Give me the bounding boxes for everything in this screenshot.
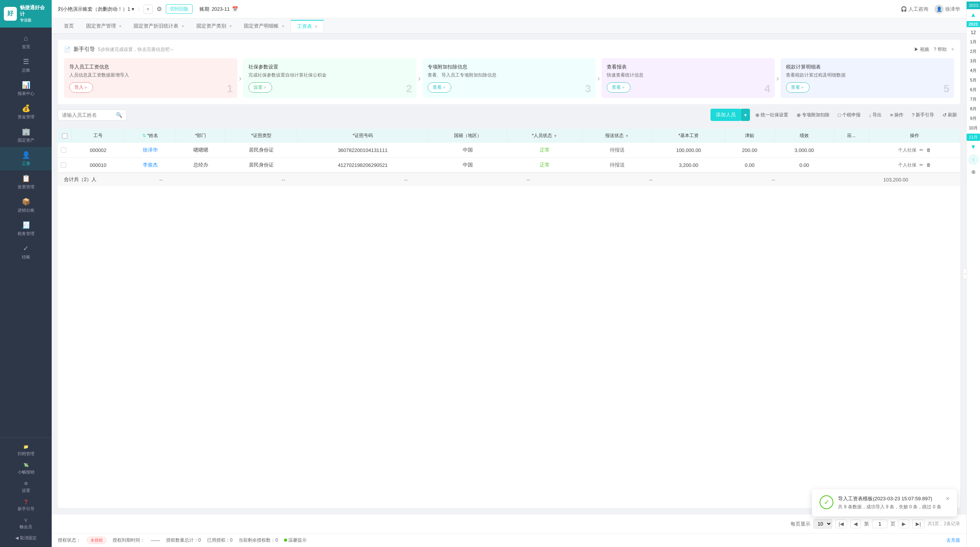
step-3-btn[interactable]: 查看＞ (428, 82, 590, 93)
tab-close-icon[interactable]: × (315, 24, 317, 29)
sidebar-item-close[interactable]: ✓ 结账 (0, 240, 52, 264)
sidebar-item-vip[interactable]: V 畅会员 (0, 515, 52, 533)
step-4-action-btn[interactable]: 查看＞ (607, 82, 630, 93)
prev-page-btn[interactable]: ◀ (850, 519, 861, 528)
page-input[interactable] (872, 519, 887, 528)
tab-home[interactable]: 首页 (58, 20, 80, 32)
step-3-action-btn[interactable]: 查看＞ (428, 82, 451, 93)
switch-version-btn[interactable]: 切到旧版 (166, 4, 193, 14)
social-insurance-btn[interactable]: ⊕ 统一社保设置 (752, 110, 791, 120)
panel-month-10[interactable]: 10月 (967, 124, 980, 132)
tab-close-icon[interactable]: × (282, 24, 284, 28)
panel-scroll-down-btn[interactable]: ▼ (969, 142, 978, 152)
row-checkbox[interactable] (61, 147, 66, 153)
panel-year-2023[interactable]: 2023 (967, 21, 980, 27)
delete-icon[interactable]: 🗑 (926, 162, 931, 168)
step-5-btn[interactable]: 查看＞ (786, 82, 949, 93)
ai-consult-btn[interactable]: 🎧 人工咨询 (901, 6, 928, 13)
tab-close-icon[interactable]: × (229, 24, 232, 28)
last-page-btn[interactable]: ▶| (912, 519, 924, 528)
sidebar-item-guide[interactable]: ❓ 新手引导 (0, 496, 52, 515)
step-2-action-btn[interactable]: 设置＞ (248, 82, 272, 93)
sidebar-item-assets[interactable]: 🏢 固定资产 (0, 124, 52, 147)
guide-btn[interactable]: ? 新手引导 (909, 110, 937, 120)
panel-month-9[interactable]: 9月 (967, 114, 980, 123)
panel-month-8[interactable]: 8月 (967, 105, 980, 113)
sidebar-item-ledger[interactable]: ☰ 总账 (0, 54, 52, 77)
sidebar-item-finance[interactable]: 💰 资金管理 (0, 100, 52, 124)
tab-fixed-assets[interactable]: 固定资产管理 × (80, 20, 127, 32)
help-link[interactable]: ? 帮助 (934, 46, 947, 53)
per-page-select[interactable]: 10 20 50 (813, 519, 832, 529)
tab-asset-detail[interactable]: 固定资产明细账 × (238, 20, 290, 32)
tax-report-btn[interactable]: □ 个税申报 (835, 110, 864, 120)
sidebar-item-archive[interactable]: 📁 归档管理 (0, 441, 52, 460)
add-person-btn[interactable]: 添加人员 (710, 109, 741, 121)
sidebar-item-purchase[interactable]: 📦 进销台账 (0, 194, 52, 217)
video-link[interactable]: ▶ 视频 (914, 46, 929, 53)
period-selector[interactable]: 账期 2023-11 📅 (199, 6, 238, 13)
refresh-btn[interactable]: ↺ 刷新 (939, 110, 960, 120)
panel-month-11[interactable]: 11月 (967, 134, 980, 141)
recharge-btn[interactable]: 去充值 (946, 537, 960, 544)
employee-name-link[interactable]: 李俊杰 (143, 162, 158, 168)
guide-close-btn[interactable]: × (951, 47, 954, 52)
sidebar-item-invoice[interactable]: 📋 发票管理 (0, 170, 52, 194)
step-1-action-btn[interactable]: 导入＞ (69, 82, 93, 93)
sidebar-item-expense[interactable]: 💸 小畅报销 (0, 460, 52, 478)
personal-insurance-link[interactable]: 个人社保 (898, 162, 916, 168)
step-1-btn[interactable]: 导入＞ (69, 82, 232, 93)
panel-toggle-btn[interactable]: › (963, 268, 967, 279)
col-header-idtype: *证照类型 (225, 129, 297, 143)
account-selector[interactable]: 刘小艳演示账套（勿删勿动！）1 ▾ (58, 6, 134, 13)
report-filter-icon[interactable]: ▼ (625, 134, 629, 138)
table-scroll-wrap[interactable]: 工号 ⇅*姓名 *部门 *证照类型 *证照号码 国籍（地区） *人员状态▼ 报送… (58, 129, 960, 173)
employee-name-link[interactable]: 徐泽华 (143, 147, 158, 153)
search-btn[interactable]: 🔍 (116, 112, 122, 118)
panel-month-3[interactable]: 3月 (967, 57, 980, 65)
select-all-checkbox[interactable] (62, 133, 67, 139)
tab-close-icon[interactable]: × (181, 24, 184, 28)
tab-depreciation[interactable]: 固定资产折旧统计表 × (127, 20, 190, 32)
operations-label: 操作 (894, 112, 903, 118)
panel-month-6[interactable]: 6月 (967, 85, 980, 94)
add-person-dropdown-btn[interactable]: ▾ (741, 109, 750, 121)
panel-month-2[interactable]: 2月 (967, 47, 980, 56)
edit-icon[interactable]: ✏ (920, 147, 923, 153)
panel-scroll-up-btn[interactable]: ▲ (969, 10, 978, 20)
next-page-btn[interactable]: ▶ (898, 519, 909, 528)
sidebar-item-salary[interactable]: 👤 工资 (0, 147, 52, 170)
special-deduction-btn[interactable]: ⊕ 专项附加扣除 (794, 110, 833, 120)
step-2-btn[interactable]: 设置＞ (248, 82, 411, 93)
add-account-btn[interactable]: + (144, 5, 153, 14)
unpin-sidebar-btn[interactable]: ◀ 取消固定 (0, 533, 52, 543)
account-settings-btn[interactable]: ⚙ (157, 5, 162, 13)
tab-salary[interactable]: 工资表 × (291, 20, 324, 32)
first-page-btn[interactable]: |◀ (835, 519, 847, 528)
sidebar-item-tax[interactable]: 🧾 税务管理 (0, 217, 52, 240)
tab-asset-category[interactable]: 固定资产类别 × (190, 20, 238, 32)
operations-btn[interactable]: ≡ 操作 (887, 110, 906, 120)
panel-action-btn-2[interactable]: ⊕ (968, 167, 979, 177)
sidebar-item-home[interactable]: ⌂ 首页 (0, 31, 52, 54)
personal-insurance-link[interactable]: 个人社保 (898, 147, 916, 153)
status-filter-icon[interactable]: ▼ (553, 134, 557, 138)
panel-action-btn-1[interactable]: ↑ (968, 154, 979, 165)
panel-month-5[interactable]: 5月 (967, 76, 980, 85)
row-checkbox[interactable] (61, 162, 66, 168)
panel-month-12[interactable]: 12 (967, 28, 980, 37)
delete-icon[interactable]: 🗑 (926, 147, 931, 153)
panel-month-4[interactable]: 4月 (967, 66, 980, 75)
export-btn[interactable]: ↓ 导出 (866, 110, 885, 120)
panel-month-1[interactable]: 1月 (967, 38, 980, 46)
tab-close-icon[interactable]: × (119, 24, 121, 28)
panel-month-7[interactable]: 7月 (967, 95, 980, 104)
step-4-btn[interactable]: 查看＞ (607, 82, 769, 93)
sidebar-item-reports[interactable]: 📊 报表中心 (0, 77, 52, 100)
step-5-action-btn[interactable]: 查看＞ (786, 82, 810, 93)
user-profile-btn[interactable]: 👤 徐泽华 (934, 5, 960, 14)
edit-icon[interactable]: ✏ (920, 162, 923, 168)
sort-icon[interactable]: ⇅ (142, 133, 146, 138)
sidebar-item-settings[interactable]: ⚙ 设置 (0, 478, 52, 496)
notif-close-btn[interactable]: × (946, 495, 949, 502)
